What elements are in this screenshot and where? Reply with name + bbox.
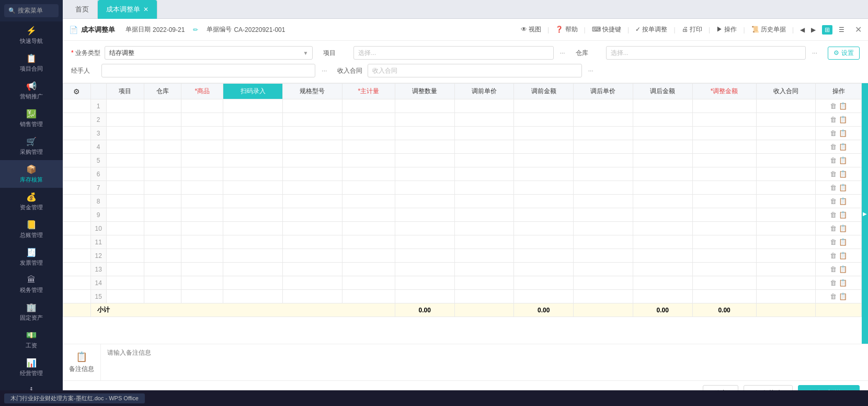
cell-5-11[interactable] — [574, 154, 633, 167]
cell-14-10[interactable] — [514, 276, 574, 290]
operation-btn[interactable]: ▶ 操作 — [716, 25, 737, 34]
history-btn[interactable]: 📜 历史单据 — [751, 25, 786, 34]
cell-12-11[interactable] — [574, 249, 633, 263]
delete-icon-14[interactable]: 🗑 — [830, 279, 837, 287]
cell-10-13[interactable] — [692, 222, 756, 235]
cell-5-9[interactable] — [454, 154, 514, 167]
cell-15-5[interactable] — [223, 290, 283, 303]
cell-7-5[interactable] — [223, 181, 283, 195]
cell-14-12[interactable] — [633, 276, 692, 290]
cell-2-7[interactable] — [342, 113, 395, 127]
grid-view-btn[interactable]: ⊞ — [822, 25, 832, 35]
cell-3-6[interactable] — [283, 127, 342, 140]
sidebar-item-payroll[interactable]: 💵 工资 — [0, 326, 63, 354]
cell-12-7[interactable] — [342, 249, 395, 263]
cell-11-8[interactable] — [395, 235, 454, 249]
cell-12-14[interactable] — [756, 249, 816, 263]
sidebar-item-quick-nav[interactable]: ⚡ 快速导航 — [0, 21, 63, 49]
cell-9-5[interactable] — [223, 208, 283, 222]
cell-10-2[interactable] — [106, 222, 144, 235]
cell-6-10[interactable] — [514, 167, 574, 181]
cell-7-2[interactable] — [106, 181, 144, 195]
cell-1-5[interactable] — [223, 99, 283, 113]
biz-type-input[interactable]: 结存调整 ▼ — [105, 46, 313, 60]
form-close-btn[interactable]: ✕ — [855, 25, 862, 35]
cell-14-9[interactable] — [454, 276, 514, 290]
cell-2-9[interactable] — [454, 113, 514, 127]
cell-6-8[interactable] — [395, 167, 454, 181]
cell-9-2[interactable] — [106, 208, 144, 222]
nav-next-btn[interactable]: ▶ — [811, 26, 816, 33]
copy-icon-2[interactable]: 📋 — [839, 116, 847, 123]
cell-3-2[interactable] — [106, 127, 144, 140]
cell-6-5[interactable] — [223, 167, 283, 181]
cell-8-3[interactable] — [144, 195, 181, 208]
cell-15-9[interactable] — [454, 290, 514, 303]
cell-15-10[interactable] — [514, 290, 574, 303]
cell-13-5[interactable] — [223, 263, 283, 276]
copy-icon-6[interactable]: 📋 — [839, 170, 847, 178]
income-contract-more-btn[interactable]: ··· — [588, 67, 593, 74]
cell-2-14[interactable] — [756, 113, 816, 127]
cell-3-14[interactable] — [756, 127, 816, 140]
sidebar-item-project-contract[interactable]: 📋 项目合同 — [0, 49, 63, 77]
cell-5-3[interactable] — [144, 154, 181, 167]
cell-8-10[interactable] — [514, 195, 574, 208]
cell-2-4[interactable] — [181, 113, 223, 127]
cell-12-3[interactable] — [144, 249, 181, 263]
copy-icon-11[interactable]: 📋 — [839, 238, 847, 246]
cell-2-8[interactable] — [395, 113, 454, 127]
cell-3-7[interactable] — [342, 127, 395, 140]
cell-9-6[interactable] — [283, 208, 342, 222]
sidebar-search-area[interactable]: 🔍 搜索菜单 — [0, 0, 63, 21]
cell-6-11[interactable] — [574, 167, 633, 181]
cell-2-5[interactable] — [223, 113, 283, 127]
copy-icon-14[interactable]: 📋 — [839, 279, 847, 287]
cell-6-2[interactable] — [106, 167, 144, 181]
cell-11-9[interactable] — [454, 235, 514, 249]
cell-8-14[interactable] — [756, 195, 816, 208]
cell-13-8[interactable] — [395, 263, 454, 276]
cell-7-8[interactable] — [395, 181, 454, 195]
view-btn[interactable]: 👁 视图 — [521, 25, 541, 34]
copy-icon-15[interactable]: 📋 — [839, 292, 847, 300]
cell-6-3[interactable] — [144, 167, 181, 181]
cell-6-4[interactable] — [181, 167, 223, 181]
cell-11-10[interactable] — [514, 235, 574, 249]
cell-4-9[interactable] — [454, 140, 514, 154]
cell-1-6[interactable] — [283, 99, 342, 113]
column-settings-btn[interactable]: ⚙ 设置 — [828, 47, 860, 60]
cell-11-12[interactable] — [633, 235, 692, 249]
cell-7-14[interactable] — [756, 181, 816, 195]
project-more-btn[interactable]: ··· — [560, 49, 565, 57]
cell-7-9[interactable] — [454, 181, 514, 195]
project-input[interactable]: 选择... — [353, 46, 553, 60]
sidebar-item-finance[interactable]: 💰 资金管理 — [0, 188, 63, 216]
cell-5-4[interactable] — [181, 154, 223, 167]
cell-7-6[interactable] — [283, 181, 342, 195]
cell-12-5[interactable] — [223, 249, 283, 263]
delete-icon-7[interactable]: 🗑 — [830, 184, 837, 191]
cell-15-8[interactable] — [395, 290, 454, 303]
cell-14-8[interactable] — [395, 276, 454, 290]
delete-icon-6[interactable]: 🗑 — [830, 170, 837, 178]
cell-13-13[interactable] — [692, 263, 756, 276]
cell-10-4[interactable] — [181, 222, 223, 235]
edit-icon[interactable]: ✏ — [193, 26, 198, 33]
cell-10-8[interactable] — [395, 222, 454, 235]
cell-14-5[interactable] — [223, 276, 283, 290]
cell-9-14[interactable] — [756, 208, 816, 222]
cell-3-13[interactable] — [692, 127, 756, 140]
notes-input[interactable] — [101, 344, 868, 380]
cell-8-12[interactable] — [633, 195, 692, 208]
cell-5-5[interactable] — [223, 154, 283, 167]
cell-15-3[interactable] — [144, 290, 181, 303]
cell-9-12[interactable] — [633, 208, 692, 222]
cell-9-7[interactable] — [342, 208, 395, 222]
tab-home[interactable]: 首页 — [67, 0, 98, 19]
cell-3-4[interactable] — [181, 127, 223, 140]
cell-15-6[interactable] — [283, 290, 342, 303]
date-value[interactable]: 2022-09-21 — [153, 26, 185, 33]
cell-3-11[interactable] — [574, 127, 633, 140]
delete-icon-3[interactable]: 🗑 — [830, 129, 837, 137]
